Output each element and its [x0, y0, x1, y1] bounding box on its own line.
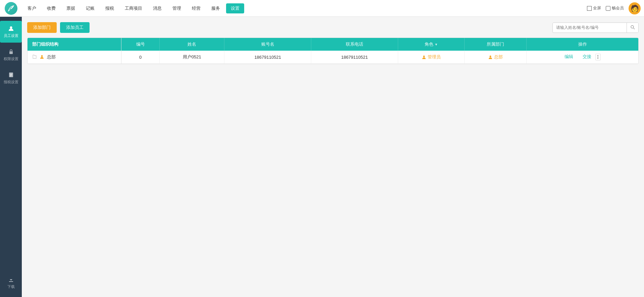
nav-business[interactable]: 工商项目 — [120, 3, 147, 13]
logo-icon — [5, 2, 17, 15]
svg-point-11 — [490, 55, 491, 57]
add-employee-button[interactable]: 添加员工 — [60, 22, 90, 33]
cell-account: 18679110521 — [224, 51, 311, 64]
th-role[interactable]: 角色 ▼ — [398, 38, 464, 51]
th-name: 姓名 — [160, 38, 224, 51]
nav-operation[interactable]: 经营 — [187, 3, 205, 13]
taxsettings-icon — [8, 71, 14, 78]
svg-rect-5 — [10, 75, 12, 75]
nav-tax[interactable]: 报税 — [101, 3, 119, 13]
svg-point-9 — [41, 55, 43, 57]
sidebar-item-taxsettings[interactable]: 报税设置 — [0, 67, 22, 89]
fullscreen-button[interactable]: 全屏 — [587, 5, 601, 11]
sidebar-item-employee-label: 员工设置 — [4, 33, 18, 38]
svg-point-0 — [10, 27, 12, 29]
fullscreen-icon — [587, 6, 592, 11]
table-header-row: 编号 姓名 账号名 联系电话 角色 — [121, 38, 638, 51]
action-separator — [576, 54, 580, 59]
member-button[interactable]: 畅会员 — [606, 5, 624, 11]
download-icon — [8, 276, 14, 283]
nav-settings[interactable]: 设置 — [226, 3, 244, 13]
dept-name: 总部 — [47, 54, 56, 60]
th-phone: 联系电话 — [311, 38, 398, 51]
search-input[interactable] — [553, 23, 627, 32]
nav-accounting[interactable]: 记账 — [81, 3, 99, 13]
sidebar-item-permission-label: 权限设置 — [4, 56, 18, 61]
cell-name: 用户0521 — [160, 51, 224, 64]
sidebar: 员工设置 权限设置 报税设置 下载 — [0, 17, 22, 297]
cell-role: 管理员 — [398, 51, 464, 64]
role-value: 管理员 — [428, 54, 441, 60]
app-logo — [0, 0, 22, 17]
nav-fee[interactable]: 收费 — [42, 3, 60, 13]
svg-point-2 — [10, 52, 11, 53]
th-account: 账号名 — [224, 38, 311, 51]
cell-dept: 总部 — [465, 51, 527, 64]
content-area: 部门组织结构 总部 — [27, 38, 639, 64]
svg-line-8 — [634, 28, 635, 29]
cell-actions: 编辑 交接 ▲ ▼ — [527, 51, 638, 64]
main-content: 添加部门 添加员工 部门组织结构 — [22, 17, 644, 297]
user-avatar[interactable]: 🧑 — [629, 2, 641, 14]
sidebar-item-download-label: 下载 — [7, 284, 15, 289]
svg-point-10 — [423, 55, 425, 57]
transfer-link[interactable]: 交接 — [583, 54, 591, 59]
sidebar-item-employee[interactable]: 员工设置 — [0, 21, 22, 43]
nav-right: 全屏 畅会员 🧑 — [587, 2, 641, 14]
search-bar — [552, 22, 639, 33]
nav-service[interactable]: 服务 — [207, 3, 225, 13]
svg-rect-6 — [10, 76, 11, 76]
nav-bills[interactable]: 票据 — [62, 3, 80, 13]
dept-user-icon — [40, 54, 44, 60]
sidebar-item-taxsettings-label: 报税设置 — [4, 80, 18, 85]
dept-tree-header: 部门组织结构 — [28, 38, 121, 51]
row-scroll[interactable]: ▲ ▼ — [595, 54, 601, 60]
member-icon — [606, 6, 610, 11]
dept-item-root[interactable]: 总部 — [28, 51, 121, 64]
top-navigation: 首页 客户 收费 票据 记账 报税 工商项目 消息 管理 经营 服务 设置 全屏… — [0, 0, 644, 17]
fullscreen-label: 全屏 — [593, 5, 601, 11]
nav-message[interactable]: 消息 — [148, 3, 166, 13]
role-filter-icon: ▼ — [435, 43, 438, 46]
search-button[interactable] — [627, 23, 638, 33]
svg-rect-4 — [10, 74, 12, 74]
th-id: 编号 — [121, 38, 160, 51]
dept-file-icon — [32, 54, 37, 60]
left-panel: 部门组织结构 总部 — [28, 38, 121, 64]
add-dept-button[interactable]: 添加部门 — [27, 22, 57, 33]
table-row: 0 用户0521 18679110521 18679110521 管理员 — [121, 51, 638, 64]
edit-link[interactable]: 编辑 — [565, 54, 573, 59]
nav-manage[interactable]: 管理 — [168, 3, 186, 13]
permission-icon — [8, 48, 14, 55]
nav-customer[interactable]: 客户 — [23, 3, 41, 13]
th-actions: 操作 — [527, 38, 638, 51]
employee-icon — [8, 25, 14, 32]
th-dept: 所属部门 — [465, 38, 527, 51]
sidebar-item-download[interactable]: 下载 — [0, 272, 22, 294]
cell-phone: 18679110521 — [311, 51, 398, 64]
svg-point-7 — [631, 26, 634, 28]
right-panel: 编号 姓名 账号名 联系电话 角色 — [121, 38, 638, 64]
toolbar: 添加部门 添加员工 — [27, 22, 639, 33]
sidebar-item-permission[interactable]: 权限设置 — [0, 44, 22, 66]
member-label: 畅会员 — [612, 5, 624, 11]
nav-items: 首页 客户 收费 票据 记账 报税 工商项目 消息 管理 经营 服务 设置 — [3, 3, 587, 13]
cell-id: 0 — [121, 51, 160, 64]
dept-value: 总部 — [494, 54, 503, 60]
employee-table: 编号 姓名 账号名 联系电话 角色 — [121, 38, 638, 64]
